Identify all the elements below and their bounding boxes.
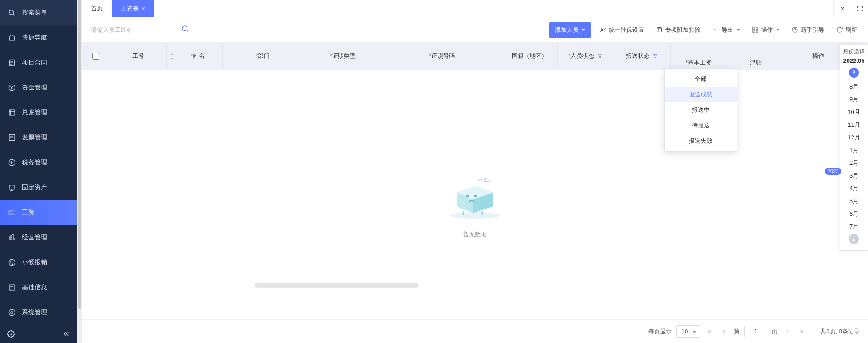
month-item[interactable]: 8月 (840, 80, 868, 93)
next-page-button[interactable] (782, 327, 792, 337)
svg-point-13 (182, 26, 187, 31)
refresh-button[interactable]: 刷新 (833, 26, 861, 34)
sidebar-item-0[interactable]: 搜索菜单 (0, 0, 77, 25)
col-name[interactable]: *姓名 (167, 43, 223, 70)
guide-button[interactable]: 新手引导 (788, 26, 828, 34)
tab-bar: 首页 工资表 × (82, 0, 868, 17)
home-icon (7, 33, 16, 42)
search-input[interactable] (89, 24, 189, 36)
sidebar-scrollbar[interactable] (77, 0, 82, 343)
svg-point-10 (11, 311, 13, 313)
tab-salary-sheet[interactable]: 工资表 × (112, 0, 154, 17)
col-gonghao[interactable]: 工号 (110, 43, 167, 70)
sidebar-item-9[interactable]: 经营管理 (0, 225, 77, 250)
sidebar-item-label: 快捷导航 (22, 34, 47, 42)
chevron-down-icon (776, 29, 780, 31)
filter-icon[interactable] (597, 53, 603, 59)
sidebar-item-5[interactable]: 发票管理 (0, 125, 77, 150)
select-all-checkbox[interactable] (82, 43, 110, 70)
month-item[interactable]: 11月 (840, 119, 868, 131)
sidebar-item-label: 小畅报销 (22, 258, 47, 267)
month-item[interactable]: 1月 (840, 144, 868, 157)
page-suffix: 页 (772, 328, 777, 336)
month-item[interactable]: 5月 (840, 195, 868, 208)
filter-option[interactable]: 报送失败 (665, 133, 737, 149)
month-item[interactable]: 3月 (840, 169, 868, 182)
search-icon[interactable] (181, 25, 189, 34)
col-sendstatus[interactable]: 报送状态 (614, 43, 671, 70)
sidebar-item-2[interactable]: 项目合同 (0, 50, 77, 75)
sidebar-item-label: 项目合同 (22, 59, 47, 67)
sidebar-item-label: 税务管理 (22, 159, 47, 167)
per-page-label: 每页显示 (648, 328, 672, 336)
sidebar-item-8[interactable]: 工资 (0, 200, 77, 225)
tab-home[interactable]: 首页 (82, 0, 112, 17)
horizontal-scrollbar[interactable] (255, 283, 419, 288)
month-item[interactable]: 2月 (840, 157, 868, 169)
col-personstatus[interactable]: *人员状态 (558, 43, 614, 70)
operation-button[interactable]: 操作 (748, 26, 783, 34)
svg-point-23 (450, 212, 500, 219)
svg-rect-25 (474, 195, 477, 197)
svg-point-22 (795, 31, 795, 31)
close-all-tabs-button[interactable] (833, 0, 851, 17)
month-picker: 月份选择 2022.05 8月9月10月11月12月1月2月3月4月5月6月7月… (840, 45, 868, 251)
info-icon (7, 283, 16, 292)
export-button[interactable]: 导出 (709, 26, 744, 34)
page-input[interactable] (744, 326, 767, 337)
svg-point-14 (601, 28, 603, 30)
svg-rect-24 (466, 195, 469, 197)
sidebar-item-label: 基础信息 (22, 283, 47, 292)
sidebar-item-6[interactable]: 税务管理 (0, 150, 77, 175)
sidebar-item-7[interactable]: 固定资产 (0, 175, 77, 200)
sidebar-item-1[interactable]: 快捷导航 (0, 25, 77, 50)
col-idtype[interactable]: *证照类型 (303, 43, 383, 70)
sidebar-item-12[interactable]: 系统管理 (0, 300, 77, 325)
special-deduction-button[interactable]: 专项附加扣除 (652, 26, 704, 34)
scroll-up-icon[interactable] (849, 68, 859, 78)
empty-text: 暂无数据 (441, 230, 509, 239)
settings-icon[interactable] (5, 328, 16, 339)
invoice-icon (7, 133, 16, 142)
month-item[interactable]: 9月 (840, 93, 868, 106)
empty-icon (441, 170, 509, 220)
svg-point-12 (10, 333, 12, 335)
scroll-down-icon[interactable] (849, 234, 859, 244)
filter-option[interactable]: 报送成功 (665, 87, 737, 102)
month-item[interactable]: 10月 (840, 106, 868, 119)
shebao-settings-button[interactable]: 统一社保设置 (596, 26, 648, 34)
add-employee-button[interactable]: 添加人员 (549, 22, 591, 38)
sidebar-item-4[interactable]: 总账管理 (0, 100, 77, 125)
col-idno[interactable]: *证照号码 (383, 43, 501, 70)
svg-rect-20 (756, 30, 758, 32)
close-icon[interactable]: × (141, 5, 145, 12)
money-icon (7, 83, 16, 92)
filter-icon[interactable] (652, 53, 658, 59)
page-summary: 共0页, 0条记录 (820, 328, 860, 336)
month-item[interactable]: 4月 (840, 182, 868, 195)
filter-option[interactable]: 全部 (665, 71, 737, 87)
first-page-button[interactable] (705, 327, 715, 337)
sidebar-item-label: 总账管理 (22, 109, 47, 117)
sidebar-item-11[interactable]: 基础信息 (0, 275, 77, 300)
table: 工号 *姓名 *部门 *证照类型 *证照号码 国籍（地区） *人员状态 报送状态… (82, 43, 868, 319)
page-size-select[interactable]: 10 (676, 325, 700, 338)
sidebar-item-10[interactable]: 小畅报销 (0, 250, 77, 275)
sidebar-item-3[interactable]: 资金管理 (0, 75, 77, 100)
last-page-button[interactable] (797, 327, 807, 337)
month-item[interactable]: 7月 (840, 220, 868, 233)
sidebar-item-label: 发票管理 (22, 134, 47, 142)
collapse-sidebar-icon[interactable] (61, 328, 72, 339)
sidebar-item-label: 固定资产 (22, 184, 47, 192)
month-item[interactable]: 12月 (840, 131, 868, 144)
col-dept[interactable]: *部门 (223, 43, 303, 70)
prev-page-button[interactable] (719, 327, 729, 337)
sidebar-item-label: 资金管理 (22, 84, 47, 92)
filter-option[interactable]: 报送中 (665, 102, 737, 118)
filter-option[interactable]: 待报送 (665, 118, 737, 133)
fullscreen-button[interactable] (851, 0, 868, 17)
col-nation[interactable]: 国籍（地区） (501, 43, 558, 70)
doc-icon (7, 58, 16, 67)
page-prefix: 第 (734, 328, 740, 336)
month-item[interactable]: 6月 (840, 208, 868, 220)
